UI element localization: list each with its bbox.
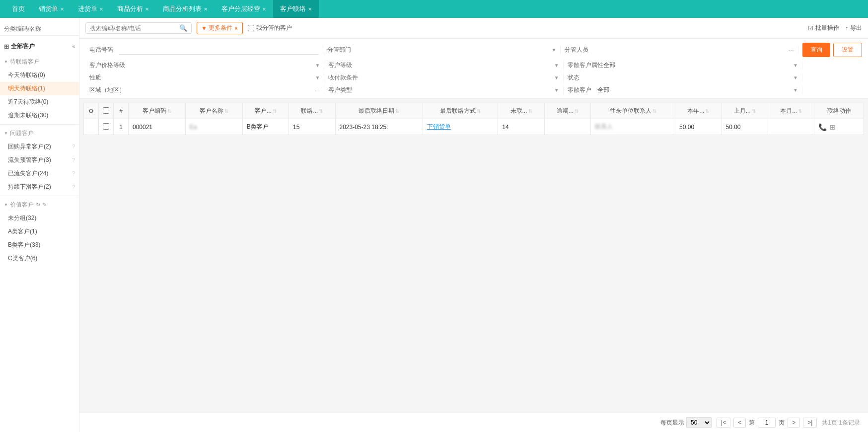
filter-status-select[interactable]: ▼ (597, 75, 798, 80)
th-unlisted[interactable]: 未联...⇅ (498, 103, 544, 119)
nav-close-analysis-list[interactable]: ✕ (204, 6, 208, 12)
filter-icon: ▼ (201, 25, 207, 32)
page-size-select[interactable]: 50 100 200 (686, 417, 712, 428)
nav-customer-contact[interactable]: 客户联络 ✕ (273, 0, 319, 18)
help-icon-3[interactable]: ? (72, 184, 75, 190)
nav-sales-order[interactable]: 销货单 ✕ (32, 0, 71, 18)
td-row-checkbox (99, 119, 114, 135)
th-last-month[interactable]: 上月...⇅ (722, 103, 768, 119)
more-conditions-button[interactable]: ▼ 更多条件 ∧ (197, 22, 243, 34)
filter-customer-type-select[interactable]: ▼ (358, 87, 559, 93)
nav-close-tier[interactable]: ✕ (262, 6, 266, 12)
filter-retail-customer-label: 零散客户 (568, 86, 597, 94)
sidebar-item-tomorrow-pending[interactable]: 明天待联络(1) (0, 82, 79, 95)
th-name[interactable]: 客户名称⇅ (185, 103, 242, 119)
th-code[interactable]: 客户编码⇅ (129, 103, 186, 119)
prev-page-button[interactable]: < (733, 418, 746, 428)
filter-payment-select[interactable]: ▼ (358, 75, 559, 80)
th-this-month[interactable]: 本月...⇅ (768, 103, 814, 119)
nav-home[interactable]: 首页 (5, 0, 32, 18)
collapse-icon[interactable]: « (72, 44, 75, 49)
th-last-date[interactable]: 最后联络日期⇅ (335, 103, 423, 119)
nav-customer-tier[interactable]: 客户分层经营 ✕ (215, 0, 273, 18)
my-customers-checkbox[interactable] (248, 25, 254, 31)
sidebar-item-a-class[interactable]: A类客户(1) (0, 225, 79, 238)
filter-customer-level: 客户等级 ▼ (324, 61, 563, 70)
grid-action-icon[interactable]: ⊞ (830, 123, 836, 131)
advanced-filter: 电话号码 分管部门 ▼ 分管人员 ··· (79, 39, 868, 99)
sort-tmonth-icon: ⇅ (798, 108, 802, 114)
nav-close-sales[interactable]: ✕ (60, 6, 64, 12)
sidebar-item-repurchase-anomaly[interactable]: 回购异常客户(2) ? (0, 140, 79, 153)
sidebar-item-today-pending[interactable]: 今天待联络(0) (0, 69, 79, 82)
sidebar-item-7days-pending[interactable]: 近7天待联络(0) (0, 95, 79, 109)
nav-close-purchase[interactable]: ✕ (99, 6, 103, 12)
sort-type-icon: ⇅ (273, 108, 277, 114)
nav-close-contact[interactable]: ✕ (308, 6, 312, 12)
filter-dept-select[interactable]: ▼ (357, 47, 557, 53)
sidebar-item-c-class[interactable]: C类客户(6) (0, 252, 79, 265)
value-edit-icon[interactable]: ✎ (42, 202, 47, 208)
filter-phone-input[interactable] (119, 45, 319, 55)
nav-product-analysis[interactable]: 商品分析 ✕ (110, 0, 156, 18)
filter-person-select[interactable]: ··· (594, 46, 794, 54)
nav-close-analysis[interactable]: ✕ (145, 6, 149, 12)
help-icon-0[interactable]: ? (72, 144, 75, 149)
last-page-button[interactable]: >| (803, 418, 817, 428)
chevron-down-icon-price: ▼ (315, 63, 320, 68)
sidebar-divider-2 (0, 196, 79, 196)
filter-price-level-label: 客户价格等级 (89, 61, 125, 70)
export-button[interactable]: ↑ 导出 (845, 24, 862, 32)
filter-customer-level-select[interactable]: ▼ (358, 63, 559, 68)
query-button[interactable]: 查询 (802, 43, 830, 57)
sidebar-value-group: 价值客户 ↻ ✎ (0, 198, 79, 212)
nav-purchase-order[interactable]: 进货单 ✕ (71, 0, 110, 18)
sidebar-item-churn-warning[interactable]: 流失预警客户(3) ? (0, 153, 79, 167)
th-last-method[interactable]: 最后联络方式⇅ (423, 103, 498, 119)
sidebar-item-overdue-contact[interactable]: 逾期未联络(30) (0, 109, 79, 122)
help-icon-2[interactable]: ? (72, 171, 75, 176)
first-page-button[interactable]: |< (717, 418, 730, 428)
footer-pagination: |< < 第 页 > >| (717, 418, 817, 428)
th-overdue[interactable]: 逾期...⇅ (544, 103, 590, 119)
filter-retail-attr-select[interactable]: 全部 ▼ (603, 61, 798, 70)
th-type[interactable]: 客户...⇅ (242, 103, 289, 119)
dots-icon-person[interactable]: ··· (788, 46, 794, 54)
page-number-input[interactable] (758, 418, 776, 428)
sidebar-item-ungrouped[interactable]: 未分组(32) (0, 212, 79, 225)
filter-retail-customer-select[interactable]: 全部 ▼ (597, 86, 798, 94)
th-checkbox[interactable] (99, 103, 114, 119)
search-button[interactable]: 🔍 (179, 24, 187, 32)
last-method-link[interactable]: 下销货单 (427, 123, 451, 130)
filter-customer-level-label: 客户等级 (328, 61, 358, 70)
batch-op-button[interactable]: ☑ 批量操作 (808, 24, 839, 32)
sort-person-icon: ⇅ (652, 108, 656, 114)
th-settings[interactable]: ⚙ (84, 103, 99, 119)
chevron-down-icon-level: ▼ (554, 63, 559, 68)
th-contact-person[interactable]: 往来单位联系人⇅ (591, 103, 675, 119)
nav-product-analysis-list[interactable]: 商品分析列表 ✕ (156, 0, 215, 18)
sidebar-search-input[interactable] (4, 25, 78, 32)
filter-price-level-select[interactable]: ▼ (125, 63, 320, 68)
select-all-checkbox[interactable] (103, 107, 109, 114)
th-contact-count[interactable]: 联络...⇅ (289, 103, 335, 119)
sidebar-item-continuous-decline[interactable]: 持续下滑客户(2) ? (0, 180, 79, 194)
filter-retail-customer: 零散客户 全部 ▼ (564, 86, 802, 94)
sidebar-problem-group: 问题客户 (0, 127, 79, 140)
next-page-button[interactable]: > (788, 418, 800, 428)
th-action: 联络动作 (814, 103, 864, 119)
search-input[interactable] (90, 25, 179, 32)
settings-button[interactable]: 设置 (833, 43, 862, 57)
sidebar-all-customers-header[interactable]: ⊞ 全部客户 « (0, 40, 79, 53)
filter-region-select[interactable]: ··· (125, 86, 320, 94)
phone-action-icon[interactable]: 📞 (818, 123, 827, 131)
filter-retail-attr: 零散客户属性 全部 ▼ (564, 61, 802, 70)
dots-icon-region[interactable]: ··· (314, 86, 320, 94)
sidebar-item-b-class[interactable]: B类客户(33) (0, 238, 79, 252)
value-refresh-icon[interactable]: ↻ (36, 202, 40, 208)
filter-nature-select[interactable]: ▼ (119, 75, 320, 80)
help-icon-1[interactable]: ? (72, 157, 75, 163)
sidebar-item-churned[interactable]: 已流失客户(24) ? (0, 167, 79, 180)
row-checkbox[interactable] (103, 123, 109, 130)
th-this-year[interactable]: 本年...⇅ (675, 103, 722, 119)
